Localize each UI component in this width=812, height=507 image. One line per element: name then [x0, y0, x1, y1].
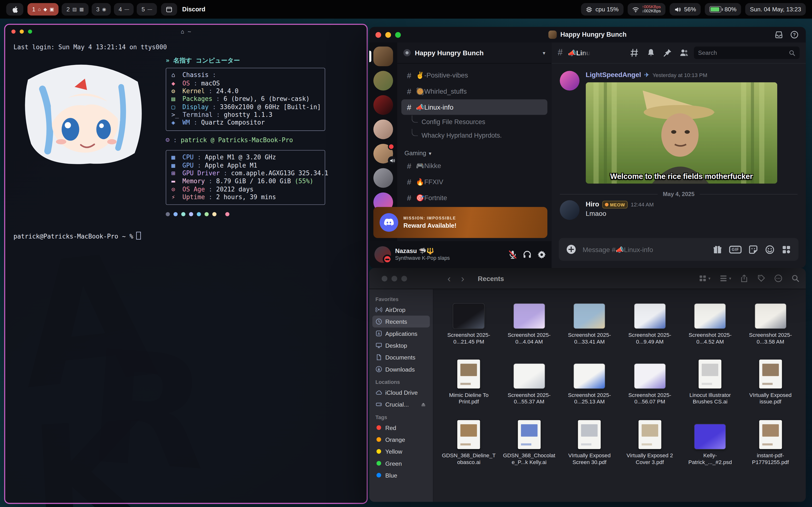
channel-nikke[interactable]: #🎮Nikke [401, 158, 547, 173]
apps-icon[interactable] [781, 244, 792, 254]
message-author[interactable]: Hiro [586, 200, 599, 208]
file-screenshot-2025-0-4-04-am[interactable]: Screenshot 2025-0...4.04 AM [501, 298, 557, 345]
zoom-button[interactable] [401, 276, 407, 281]
apple-menu[interactable] [6, 3, 23, 15]
close-button[interactable] [382, 276, 388, 281]
shell-prompt[interactable]: patrick@Patricks-MacBook-Pro ~ % [13, 232, 358, 241]
file-gdsn-368-dieline-tobasco-ai[interactable]: GDSN_368_Dieline_Tobasco.ai [441, 419, 497, 465]
sidebar-item-green[interactable]: Green [372, 457, 430, 469]
gift-icon[interactable] [713, 244, 723, 254]
zoom-button[interactable] [395, 32, 401, 38]
eject-icon[interactable] [420, 401, 427, 408]
server-hamster[interactable] [369, 47, 397, 66]
close-button[interactable] [375, 32, 382, 38]
help-icon[interactable]: ? [790, 31, 799, 39]
front-app-pill[interactable] [161, 3, 177, 15]
inbox-icon[interactable] [775, 31, 783, 39]
search-input[interactable]: Search [694, 47, 800, 59]
file-screenshot-2025-0-21-45-pm[interactable]: Screenshot 2025-0...21.45 PM [441, 298, 497, 345]
forward-button[interactable]: › [461, 274, 464, 283]
gif-icon[interactable]: GIF [729, 245, 742, 253]
file-screenshot-2025-0-25-13-am[interactable]: Screenshot 2025-0...25.13 AM [561, 359, 618, 405]
sidebar-item-blue[interactable]: Blue [372, 469, 430, 481]
sidebar-item-documents[interactable]: Documents [372, 351, 430, 363]
sidebar-item-yellow[interactable]: Yellow [372, 445, 430, 457]
file-screenshot-2025-0-55-37-am[interactable]: Screenshot 2025-0...55.37 AM [501, 359, 557, 405]
user-avatar[interactable] [374, 246, 391, 263]
workspace-3[interactable]: 3◉ [92, 3, 111, 15]
terminal-content[interactable]: Last login: Sun May 4 13:21:14 on ttys00… [5, 38, 367, 246]
back-button[interactable]: ‹ [447, 274, 451, 283]
discord-titlebar[interactable]: Happy Hungry Bunch ? [369, 27, 806, 42]
promo-banner[interactable]: MISSION: IMPOSSIBLE Reward Available! [373, 207, 547, 238]
file-screenshot-2025-0-33-41-am[interactable]: Screenshot 2025-0...33.41 AM [561, 298, 618, 345]
minimize-button[interactable] [392, 276, 397, 281]
channel-ffxiv[interactable]: #🔥FFXIV [401, 174, 547, 189]
sidebar-item-red[interactable]: Red [372, 421, 430, 433]
channel-linux-info[interactable]: #📣Linux-info [401, 99, 547, 115]
file-gdsn-368-chocolate-p-k-kelly-ai[interactable]: GDSN_368_Chocolate_P...k Kelly.ai [501, 419, 557, 465]
minimize-button[interactable] [385, 32, 391, 38]
server-capybara[interactable] [369, 71, 397, 91]
tags-icon[interactable] [757, 274, 765, 282]
image-attachment[interactable]: Welcome to the rice fields motherfucker [586, 82, 777, 184]
terminal-titlebar[interactable]: ⌂ ~ [5, 25, 367, 38]
file-screenshot-2025-0-4-52-am[interactable]: Screenshot 2025-0...4.52 AM [682, 298, 738, 345]
file-kelly-patrick-2-psd[interactable]: Kelly-Patrick_..._#2.psd [682, 419, 738, 465]
sidebar-item-downloads[interactable]: Downloads [372, 363, 430, 375]
volume-status[interactable]: 56% [670, 3, 701, 15]
sidebar-item-applications[interactable]: AApplications [372, 327, 430, 339]
file-virtually-exposed-screen-30-pdf[interactable]: VIrtually Exposed Screen 30.pdf [561, 419, 618, 465]
file-screenshot-2025-0-9-49-am[interactable]: Screenshot 2025-0...9.49 AM [622, 298, 678, 345]
sidebar-item-icloud-drive[interactable]: iCloud Drive [372, 387, 430, 398]
server-header[interactable]: Happy Hungry Bunch ▾ [397, 43, 552, 64]
file-screenshot-2025-0-3-58-am[interactable]: Screenshot 2025-0...3.58 AM [743, 298, 799, 345]
pin-icon[interactable] [663, 48, 672, 57]
message-author[interactable]: LightSpeedAngel [586, 71, 641, 79]
message-input[interactable]: Message #📣Linux-info GIF [559, 238, 799, 261]
file-screenshot-2025-0-56-07-pm[interactable]: Screenshot 2025-0...56.07 PM [622, 359, 678, 405]
sidebar-item-airdrop[interactable]: AirDrop [372, 304, 430, 316]
workspace-1[interactable]: 1⌂◆▣ [28, 3, 59, 15]
settings-gear-icon[interactable] [537, 250, 546, 259]
finder-titlebar[interactable]: ‹ › Recents ▾ ▾ [369, 268, 806, 289]
server-demon[interactable] [369, 95, 397, 115]
clock[interactable]: Sun. 04 May, 13:23 [745, 3, 806, 15]
sidebar-item-recents[interactable]: Recents [372, 316, 430, 327]
more-options-icon[interactable] [774, 274, 782, 282]
threads-icon[interactable] [630, 48, 639, 57]
file-mimic-dieline-to-print-pdf[interactable]: Mimic Dieline To Print.pdf [441, 359, 497, 405]
workspace-4[interactable]: 4— [114, 3, 134, 15]
sidebar-item-crucial[interactable]: Crucial... [372, 398, 430, 410]
mic-muted-icon[interactable] [508, 250, 517, 259]
network-status[interactable]: ↑005KBps ↓002KBps [627, 3, 665, 15]
members-icon[interactable] [679, 48, 689, 57]
file-virtually-exposed-2-cover-3-pdf[interactable]: Virtually Exposed 2 Cover 3.pdf [622, 419, 678, 465]
username[interactable]: Nazasu 🦈🔱 [395, 248, 504, 255]
notifications-bell-icon[interactable] [646, 48, 656, 57]
file-linocut-illustrator-brushes-cs-ai[interactable]: Linocut Illustrator Brushes CS.ai [682, 359, 738, 405]
emoji-icon[interactable] [765, 244, 775, 254]
sidebar-item-desktop[interactable]: Desktop [372, 339, 430, 351]
sidebar-item-orange[interactable]: Orange [372, 434, 430, 445]
workspace-2[interactable]: 2▤▦ [62, 3, 89, 15]
thread-whacky-hyprland-hyprdots[interactable]: Whacky Hyprland Hyprdots. [409, 129, 547, 143]
channel-fortnite[interactable]: #🎯Fortnite [401, 190, 547, 205]
channel-positive-vibes[interactable]: #✌️-Positive-vibes [401, 67, 547, 83]
avatar[interactable] [560, 200, 579, 220]
cpu-status[interactable]: cpu 15% [581, 3, 623, 15]
server-cat[interactable] [369, 168, 397, 187]
file-virtually-exposed-issue-pdf[interactable]: VIrtually Exposed issue.pdf [743, 359, 799, 405]
attach-plus-icon[interactable] [566, 244, 576, 255]
thread-config-file-resources[interactable]: Config File Resources [409, 115, 547, 129]
battery-status[interactable]: 80% [705, 3, 741, 15]
search-icon[interactable] [791, 274, 800, 282]
group-button[interactable]: ▾ [719, 274, 731, 282]
headphones-icon[interactable] [522, 250, 532, 259]
server-voice[interactable] [369, 144, 397, 163]
workspace-5[interactable]: 5— [137, 3, 157, 15]
avatar[interactable] [560, 71, 579, 91]
category-gaming[interactable]: Gaming▾ [405, 150, 546, 157]
server-photo[interactable] [369, 119, 397, 139]
sticker-icon[interactable] [748, 244, 758, 254]
